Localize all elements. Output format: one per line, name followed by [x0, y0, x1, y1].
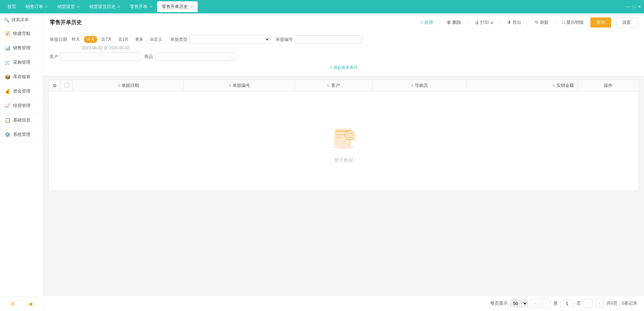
- delete-button[interactable]: 🗑 删除: [445, 18, 463, 27]
- doc-type-filter: 单据类型: [170, 35, 270, 44]
- tab-home[interactable]: 首页: [3, 4, 21, 10]
- doc-no-input[interactable]: [295, 35, 362, 44]
- customer-label: 客户: [50, 54, 58, 60]
- sidebar: 🔍 搜索采单 🧭 快捷导航 📊 销售管理 🛒 采购管理 📦 库存核算 💰 资金管…: [0, 13, 43, 311]
- tab-bar-right: — □ ✕: [626, 4, 641, 9]
- header-checkbox[interactable]: [64, 83, 69, 88]
- tab-retail-open-history[interactable]: 零售开单历史 ✕: [157, 1, 198, 12]
- goods-more-btn[interactable]: ···: [230, 54, 234, 59]
- date-option-last7[interactable]: 近7天: [99, 36, 114, 43]
- th-settings[interactable]: ⚙: [49, 80, 61, 92]
- table-header-row: ⚙ ⇅ 单据日期 ⇅ 单据编号 ⇅: [49, 80, 639, 92]
- sidebar-item-sales-mgmt[interactable]: 📊 销售管理: [0, 41, 43, 55]
- close-icon[interactable]: ✕: [77, 5, 80, 9]
- divider: [528, 20, 528, 25]
- tab-retail-open[interactable]: 零售开单 ✕: [125, 1, 157, 12]
- close-icon[interactable]: ✕: [190, 5, 193, 9]
- date-option-last1month[interactable]: 近1月: [116, 36, 132, 43]
- add-button[interactable]: + 新增: [418, 18, 435, 27]
- th-actual-amount[interactable]: ⇅ 实销金额: [466, 80, 578, 92]
- per-page-select[interactable]: 50 10 20 100: [510, 300, 528, 307]
- th-customer[interactable]: ⇅ 客户: [295, 80, 373, 92]
- divider: [555, 20, 556, 25]
- sidebar-item-inventory[interactable]: 📦 库存核算: [0, 70, 43, 84]
- svg-line-7: [353, 138, 355, 141]
- sidebar-item-purchase-mgmt[interactable]: 🛒 采购管理: [0, 55, 43, 70]
- last-page-btn[interactable]: »: [595, 299, 604, 308]
- next-page-btn[interactable]: ›: [584, 299, 592, 308]
- th-doc-date[interactable]: ⇅ 单据日期: [73, 80, 184, 92]
- svg-point-0: [334, 145, 354, 149]
- sidebar-item-operations[interactable]: 📈 经营管理: [0, 99, 43, 113]
- filter-area: 单据日期 昨天 今天 近7天 近1月 更多 自定义 单据类型: [50, 32, 637, 76]
- customer-filter: 客户 ···: [50, 52, 139, 61]
- window-maximize-btn[interactable]: □: [633, 4, 635, 9]
- empty-state: 暂无数据: [49, 92, 638, 190]
- pagination-bar: 每页显示 50 10 20 100 « ‹ 第 页 › » 共0页，0条记录: [43, 295, 644, 311]
- collapse-btn[interactable]: ∧ 收起更多条件: [326, 63, 361, 72]
- sidebar-footer: ⚙ ◀: [0, 296, 43, 311]
- goods-input[interactable]: [155, 52, 236, 61]
- sidebar-item-basic-info[interactable]: 📋 基础信息: [0, 113, 43, 127]
- tab-sales-return[interactable]: 销货退货 ✕: [53, 1, 85, 12]
- print-button[interactable]: 🖨 打印 ∨: [473, 18, 496, 27]
- setting-button[interactable]: 设置: [616, 17, 637, 28]
- total-text: 共0页，0条记录: [606, 300, 637, 306]
- quick-nav-icon: 🧭: [5, 31, 10, 36]
- date-option-yesterday[interactable]: 昨天: [69, 36, 83, 43]
- content-area: 零售开单历史 + 新增 🗑 删除 🖨 打印 ∨: [43, 13, 644, 311]
- sidebar-settings-btn[interactable]: ⚙: [10, 301, 15, 307]
- table-body: 暂无数据: [49, 92, 639, 191]
- table-head: ⚙ ⇅ 单据日期 ⇅ 单据编号 ⇅: [49, 80, 639, 92]
- th-checkbox[interactable]: [61, 80, 73, 92]
- sidebar-item-sys-mgmt[interactable]: ⚙️ 系统管理: [0, 127, 43, 142]
- sidebar-item-finance[interactable]: 💰 资金管理: [0, 84, 43, 99]
- refresh-button[interactable]: ↻ 刷新: [533, 18, 551, 27]
- sidebar-collapse-btn[interactable]: ◀: [28, 301, 32, 307]
- finance-icon: 💰: [5, 89, 10, 94]
- window-close-btn[interactable]: ✕: [638, 4, 641, 9]
- print-arrow-icon: ∨: [490, 20, 494, 25]
- svg-rect-4: [336, 137, 343, 138]
- operations-icon: 📈: [5, 103, 10, 108]
- window-minimize-btn[interactable]: —: [626, 4, 630, 9]
- date-option-custom[interactable]: 自定义: [147, 36, 165, 43]
- goods-filter: 商品 ···: [144, 52, 234, 61]
- export-button[interactable]: ⬇ 导出: [505, 18, 523, 27]
- sort-icon-up: ⇅: [117, 84, 120, 88]
- query-button[interactable]: 查询: [590, 17, 611, 28]
- first-page-btn[interactable]: «: [531, 299, 539, 308]
- page-input[interactable]: [560, 300, 574, 307]
- doc-type-select[interactable]: [190, 35, 270, 44]
- date-option-more[interactable]: 更多: [133, 36, 146, 43]
- th-guide[interactable]: ⇅ 导购员: [372, 80, 466, 92]
- customer-more-btn[interactable]: ···: [136, 54, 139, 59]
- divider: [468, 20, 468, 25]
- page-title-row: 零售开单历史 + 新增 🗑 删除 🖨 打印 ∨: [50, 17, 637, 28]
- display-cols-button[interactable]: □ 显示明细: [560, 18, 586, 27]
- close-icon[interactable]: ✕: [117, 5, 120, 9]
- sidebar-item-quick-nav[interactable]: 🧭 快捷导航: [0, 27, 43, 41]
- th-doc-no[interactable]: ⇅ 单据编号: [184, 80, 295, 92]
- tab-sales-order[interactable]: 销售订单 ✕: [21, 1, 53, 12]
- divider: [440, 20, 440, 25]
- toolbar: + 新增 🗑 删除 🖨 打印 ∨ ⬇ 导出: [418, 17, 637, 28]
- filter-row-1: 单据日期 昨天 今天 近7天 近1月 更多 自定义 单据类型: [50, 35, 637, 44]
- sort-icon: ⇅: [327, 84, 330, 88]
- page-header: 零售开单历史 + 新增 🗑 删除 🖨 打印 ∨: [43, 13, 644, 76]
- empty-illustration: [327, 118, 360, 152]
- customer-input[interactable]: [60, 52, 141, 61]
- empty-text: 暂无数据: [334, 157, 353, 163]
- th-operation: 操作: [578, 80, 639, 92]
- main-layout: 🔍 搜索采单 🧭 快捷导航 📊 销售管理 🛒 采购管理 📦 库存核算 💰 资金管…: [0, 13, 644, 311]
- page-label: 第: [553, 300, 558, 306]
- tab-sales-return-history[interactable]: 销货退货历史 ✕: [85, 1, 125, 12]
- prev-page-btn[interactable]: ‹: [542, 299, 551, 308]
- goods-label: 商品: [144, 54, 153, 60]
- sidebar-search[interactable]: 🔍 搜索采单: [0, 13, 43, 27]
- filter-collapse-row: ∧ 收起更多条件: [50, 63, 637, 74]
- date-option-today[interactable]: 今天: [84, 36, 97, 43]
- doc-no-filter: 单据编号: [276, 35, 362, 44]
- close-icon[interactable]: ✕: [149, 5, 152, 9]
- close-icon[interactable]: ✕: [45, 5, 48, 9]
